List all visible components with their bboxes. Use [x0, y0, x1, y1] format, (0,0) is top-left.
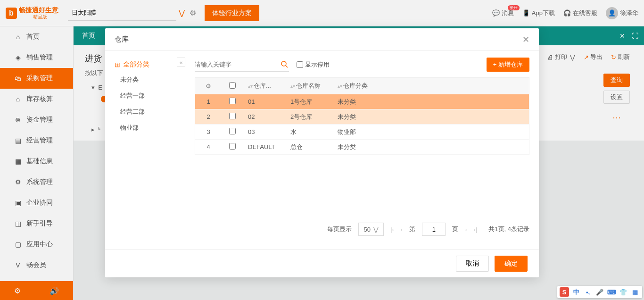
- chevron-down-icon: ⋁: [373, 226, 379, 233]
- cancel-button[interactable]: 取消: [456, 256, 489, 272]
- row-name: 2号仓库: [286, 113, 333, 121]
- sort-icon: ▴▾: [338, 85, 342, 88]
- column-category[interactable]: ▴▾仓库分类: [333, 82, 529, 90]
- row-checkbox[interactable]: [229, 128, 236, 134]
- collapse-panel-icon[interactable]: «: [177, 58, 185, 67]
- row-code: 01: [243, 98, 286, 105]
- row-name: 1号仓库: [286, 98, 333, 106]
- grid-icon: ⊞: [115, 61, 120, 68]
- pagination: 每页显示 50⋁ |‹ ‹ 第 页 › ›| 共1页, 4条记录: [195, 216, 529, 242]
- row-checkbox[interactable]: [229, 113, 236, 119]
- table-row[interactable]: 4DEFAULT总仓未分类: [195, 140, 529, 155]
- modal-title: 仓库: [115, 35, 129, 44]
- row-code: 03: [243, 128, 286, 135]
- ime-lang-icon[interactable]: 中: [571, 287, 581, 297]
- row-checkbox[interactable]: [229, 143, 236, 150]
- table-row[interactable]: 303水物业部: [195, 125, 529, 140]
- svg-point-0: [281, 61, 286, 66]
- row-category: 未分类: [333, 98, 529, 106]
- category-item[interactable]: 物业部: [105, 120, 185, 136]
- first-page-icon[interactable]: |‹: [390, 226, 394, 233]
- table-header: ⚙ ▴▾仓库... ▴▾仓库名称 ▴▾仓库分类: [195, 77, 529, 94]
- warehouse-table: ⚙ ▴▾仓库... ▴▾仓库名称 ▴▾仓库分类 1011号仓库未分类2022号仓…: [195, 77, 529, 155]
- warehouse-modal: 仓库 ✕ ⊞ 全部分类 未分类 经营一部 经营二部 物业部 «: [105, 28, 539, 277]
- row-code: DEFAULT: [243, 143, 286, 150]
- prev-page-icon[interactable]: ‹: [401, 226, 403, 233]
- page-info: 共1页, 4条记录: [488, 225, 529, 233]
- sort-icon: ▴▾: [248, 85, 253, 88]
- confirm-button[interactable]: 确定: [495, 256, 528, 272]
- ime-punct-icon[interactable]: •,: [583, 287, 593, 297]
- table-panel: 显示停用 + 新增仓库 ⚙ ▴▾仓库... ▴▾仓库名称 ▴▾仓库分类 1011…: [185, 51, 539, 249]
- category-item[interactable]: 经营一部: [105, 88, 185, 104]
- page-size-select[interactable]: 50⋁: [358, 223, 384, 236]
- sort-icon: ▴▾: [290, 85, 295, 88]
- row-index: 4: [195, 143, 222, 150]
- settings-column-icon[interactable]: ⚙: [195, 83, 222, 90]
- table-row[interactable]: 1011号仓库未分类: [195, 94, 529, 109]
- row-category: 未分类: [333, 113, 529, 121]
- select-all-checkbox[interactable]: [229, 82, 236, 89]
- modal-overlay: 仓库 ✕ ⊞ 全部分类 未分类 经营一部 经营二部 物业部 «: [0, 0, 644, 300]
- category-item[interactable]: 未分类: [105, 72, 185, 88]
- row-code: 02: [243, 113, 286, 120]
- category-item[interactable]: 经营二部: [105, 104, 185, 120]
- category-all[interactable]: ⊞ 全部分类: [105, 58, 185, 72]
- search-icon[interactable]: [281, 60, 288, 70]
- ime-logo-icon[interactable]: S: [560, 287, 569, 297]
- show-disabled-input[interactable]: [297, 61, 303, 68]
- ime-keyboard-icon[interactable]: ⌨: [607, 287, 616, 297]
- column-code[interactable]: ▴▾仓库...: [243, 82, 286, 90]
- row-index: 1: [195, 98, 222, 105]
- row-category: 未分类: [333, 143, 529, 151]
- add-warehouse-button[interactable]: + 新增仓库: [487, 58, 529, 72]
- table-row[interactable]: 2022号仓库未分类: [195, 109, 529, 125]
- ime-mic-icon[interactable]: 🎤: [595, 287, 604, 297]
- ime-toolbox-icon[interactable]: ▦: [630, 287, 640, 297]
- modal-footer: 取消 确定: [105, 249, 539, 277]
- column-name[interactable]: ▴▾仓库名称: [286, 82, 333, 90]
- svg-line-1: [286, 66, 288, 67]
- next-page-icon[interactable]: ›: [465, 226, 467, 233]
- close-icon[interactable]: ✕: [522, 34, 529, 45]
- row-name: 水: [286, 128, 333, 136]
- row-index: 3: [195, 128, 222, 135]
- show-disabled-checkbox[interactable]: 显示停用: [297, 60, 330, 69]
- search-box: [195, 58, 289, 72]
- row-checkbox[interactable]: [229, 98, 236, 104]
- row-category: 物业部: [333, 128, 529, 136]
- row-name: 总仓: [286, 143, 333, 151]
- search-input[interactable]: [195, 58, 289, 72]
- per-page-label: 每页显示: [327, 225, 352, 233]
- last-page-icon[interactable]: ›|: [474, 226, 478, 233]
- ime-toolbar: S 中 •, 🎤 ⌨ 👕 ▦: [557, 286, 642, 298]
- row-index: 2: [195, 113, 222, 120]
- ime-skin-icon[interactable]: 👕: [619, 287, 628, 297]
- page-input[interactable]: [422, 223, 446, 236]
- modal-header: 仓库 ✕: [105, 28, 539, 51]
- category-panel: ⊞ 全部分类 未分类 经营一部 经营二部 物业部 «: [105, 51, 185, 249]
